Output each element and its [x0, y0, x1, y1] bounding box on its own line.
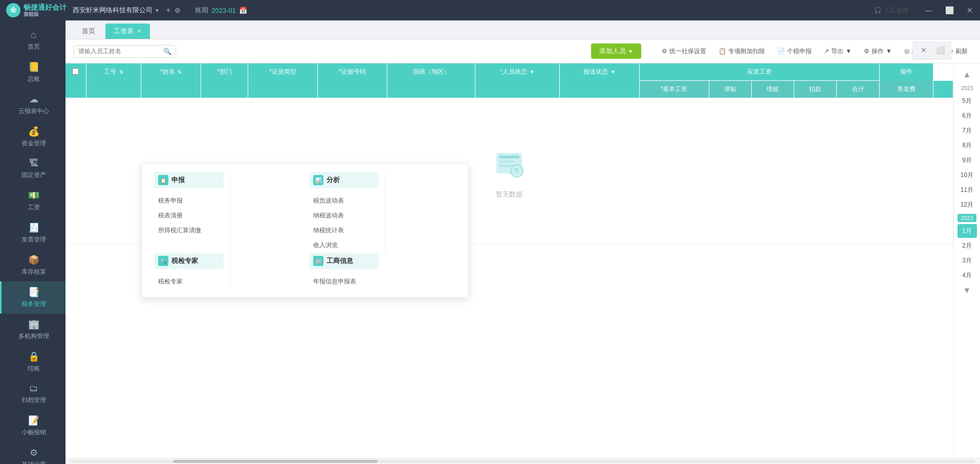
cal-month-6[interactable]: 6月	[957, 109, 977, 123]
window-minimize-btn[interactable]: —	[919, 0, 939, 20]
period-calendar-icon[interactable]: 📅	[239, 7, 247, 14]
export-label: 导出	[831, 47, 843, 56]
tab-salary-close-icon[interactable]: ✕	[137, 28, 142, 35]
sidebar-label-fund: 资金管理	[21, 139, 46, 148]
menu-item-tax-statistics[interactable]: 纳税统计表	[309, 223, 379, 238]
cal-month-1[interactable]: 1月	[957, 224, 977, 238]
cal-month-7[interactable]: 7月	[957, 124, 977, 138]
cal-month-3[interactable]: 3月	[957, 254, 977, 268]
tax-declaration-btn[interactable]: 📄 个税申报	[773, 45, 816, 58]
cal-month-12[interactable]: 12月	[957, 198, 977, 212]
social-security-btn[interactable]: ⚙ 统一社保设置	[658, 45, 710, 58]
filter-person-status-icon[interactable]: ▼	[530, 69, 535, 75]
sidebar-item-general-ledger[interactable]: 📒 总账	[0, 56, 66, 89]
menu-item-income-browse[interactable]: 收入浏览	[309, 238, 379, 253]
operations-btn[interactable]: ⚙ 操作 ▼	[860, 45, 896, 58]
sidebar-label-assets: 固定资产	[21, 171, 46, 180]
add-person-button[interactable]: 添加人员 ▼	[591, 43, 641, 59]
window-maximize-btn[interactable]: ⬜	[939, 0, 960, 20]
top-header: 会 畅捷通好会计 旗舰版 西安虾米网络科技有限公司 ▼ + ⚙ 账期 2023-…	[0, 0, 980, 20]
sort-name-icon[interactable]: ⇅	[178, 69, 182, 75]
th-id-number: *证据号码	[318, 63, 387, 81]
analysis-section-label: 分析	[326, 175, 340, 185]
tab-window-controls: ✕ ⬜	[912, 41, 951, 59]
th-id-type: *证据类型	[248, 63, 317, 81]
tax-expert-section-icon: 🔍	[158, 256, 168, 266]
sidebar-label-org: 多机构管理	[18, 332, 49, 341]
add-person-label: 添加人员	[599, 47, 626, 56]
th2-ps	[475, 81, 559, 98]
close-period-icon: 🔒	[28, 351, 39, 362]
scroll-bar-thumb[interactable]	[173, 460, 378, 463]
cal-month-10[interactable]: 10月	[957, 168, 977, 182]
sidebar-item-cloud-reports[interactable]: ☁ 云报表中心	[0, 89, 66, 121]
business-info-section-label: 工商信息	[326, 256, 353, 266]
th-payroll-group: 应发工资	[639, 63, 879, 81]
export-btn[interactable]: ↗ 导出 ▼	[820, 45, 856, 58]
filter-report-status-icon[interactable]: ▼	[611, 69, 616, 75]
sidebar-item-archive[interactable]: 🗂 归档管理	[0, 378, 66, 410]
menu-item-tax-fluctuation[interactable]: 税负波动表	[309, 193, 379, 208]
tab-bar: 首页 工资表 ✕ ✕ ⬜	[66, 20, 980, 39]
tab-restore-btn[interactable]: ⬜	[933, 44, 947, 56]
th-performance: 绩效	[752, 81, 794, 98]
analysis-section-icon: 📊	[313, 175, 323, 185]
window-close-btn[interactable]: ✕	[960, 0, 980, 20]
add-company-icon[interactable]: +	[166, 6, 170, 15]
th2-nat	[387, 81, 475, 98]
sidebar-label-tax: 税务管理	[21, 300, 46, 308]
service-btn[interactable]: 🎧 人工咨询	[870, 4, 912, 17]
sidebar-item-settings[interactable]: ⚙ 基础设置	[0, 442, 66, 464]
tax-expert-section-label: 税检专家	[171, 256, 198, 266]
calendar-panel: ▲ 2023 5月 6月 7月 8月 9月 10月 11月 12月 2023 1…	[953, 63, 980, 458]
export-icon: ↗	[824, 48, 829, 55]
special-deduction-btn[interactable]: 📋 专项附加扣除	[714, 45, 769, 58]
declaration-section-icon: 📋	[158, 175, 168, 185]
sidebar-item-report[interactable]: 📝 小畅报销	[0, 410, 66, 442]
content-area: 首页 工资表 ✕ ✕ ⬜ 🔍 添加人员 ▼	[66, 20, 980, 464]
export-arrow-icon: ▼	[845, 48, 852, 55]
th-checkbox[interactable]	[66, 63, 86, 81]
sidebar-item-tax[interactable]: 📑 税务管理	[0, 281, 66, 314]
sidebar-item-home[interactable]: ⌂ 首页	[0, 25, 66, 56]
tab-home-label: 首页	[82, 27, 95, 35]
settings-icon[interactable]: ⚙	[175, 7, 181, 14]
menu-item-tax-clearance[interactable]: 税表清册	[154, 208, 224, 223]
sidebar-item-inventory[interactable]: 📦 库存核算	[0, 249, 66, 281]
sidebar-item-multi-org[interactable]: 🏢 多机构管理	[0, 314, 66, 346]
menu-item-income-tax-settle[interactable]: 所得税汇算清缴	[154, 223, 224, 238]
empty-illustration: ?	[489, 143, 530, 184]
company-selector[interactable]: 西安虾米网络科技有限公司 ▼	[73, 6, 160, 15]
cal-year-2023-top: 2023	[961, 83, 973, 93]
org-icon: 🏢	[28, 319, 39, 330]
select-all-checkbox[interactable]	[72, 68, 79, 75]
cal-month-2[interactable]: 2月	[957, 239, 977, 253]
sidebar-item-closing[interactable]: 🔒 结账	[0, 346, 66, 378]
new-guide-icon: ◎	[904, 48, 909, 55]
search-input[interactable]	[78, 48, 160, 55]
sidebar-item-fixed-assets[interactable]: 🏗 固定资产	[0, 153, 66, 185]
sidebar-label-archive: 归档管理	[21, 396, 46, 405]
cal-month-9[interactable]: 9月	[957, 153, 977, 167]
cal-month-11[interactable]: 11月	[957, 183, 977, 197]
sort-employee-no-icon[interactable]: ⇅	[119, 69, 123, 75]
cal-month-4[interactable]: 4月	[957, 269, 977, 282]
tab-salary-table[interactable]: 工资表 ✕	[105, 24, 150, 39]
cal-nav-down[interactable]: ▼	[960, 283, 974, 298]
sidebar-label-invoice: 发票管理	[21, 235, 46, 244]
svg-rect-3	[499, 165, 512, 167]
cal-month-5[interactable]: 5月	[957, 94, 977, 108]
sidebar-item-salary[interactable]: 💵 工资	[0, 185, 66, 217]
sidebar-item-fund[interactable]: 💰 资金管理	[0, 121, 66, 153]
sidebar-item-invoice[interactable]: 🧾 发票管理	[0, 217, 66, 249]
cal-month-8[interactable]: 8月	[957, 139, 977, 152]
menu-item-tax-expert[interactable]: 税检专家	[154, 274, 224, 289]
menu-item-annual-report[interactable]: 年报信息申报表	[309, 274, 379, 289]
tab-close-btn[interactable]: ✕	[917, 44, 931, 56]
menu-item-tax-payment-fluctuation[interactable]: 纳税波动表	[309, 208, 379, 223]
scroll-bar-track[interactable]	[71, 460, 975, 463]
period-value: 2023-01	[211, 7, 236, 14]
menu-item-tax-declaration[interactable]: 税务申报	[154, 193, 224, 208]
tab-home[interactable]: 首页	[74, 24, 103, 39]
cal-nav-up[interactable]: ▲	[960, 68, 974, 82]
